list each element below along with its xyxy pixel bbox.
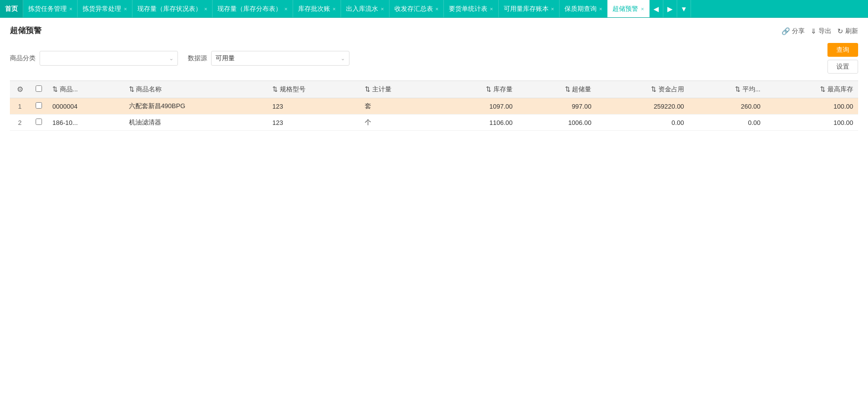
table-row: 2 186-10... 机油滤清器 123 个 1106.00 1006.00 … <box>10 115 858 131</box>
title-actions: 🔗 分享 ⇓ 导出 ↻ 刷新 <box>781 27 858 36</box>
row-stock-qty: 1106.00 <box>439 115 518 131</box>
th-capital-use[interactable]: ⇅ 资金占用 <box>596 81 689 98</box>
close-tab-stock-dist[interactable]: × <box>284 6 287 12</box>
row-checkbox[interactable] <box>36 102 42 109</box>
row-stock-qty: 1097.00 <box>439 98 518 115</box>
close-tab-abnormal[interactable]: × <box>124 6 127 12</box>
nav-tab-task-mgmt[interactable]: 拣货任务管理 × <box>23 0 78 17</box>
row-index: 1 <box>10 98 30 115</box>
category-select[interactable]: ⌄ <box>40 51 178 66</box>
th-spec[interactable]: ⇅ 规格型号 <box>267 81 360 98</box>
datasource-select-value: 可用量 <box>216 54 235 63</box>
datasource-select[interactable]: 可用量 ⌄ <box>211 51 349 66</box>
export-icon: ⇓ <box>811 27 817 35</box>
category-filter: 商品分类 ⌄ <box>10 51 178 66</box>
row-capital-use: 259220.00 <box>596 98 689 115</box>
th-avg[interactable]: ⇅ 平均... <box>689 81 766 98</box>
category-chevron-icon: ⌄ <box>169 55 174 62</box>
row-product-name: 六配套新昌490BPG <box>124 98 267 115</box>
gear-icon[interactable]: ⚙ <box>17 85 23 93</box>
row-overstock-qty: 997.00 <box>518 98 596 115</box>
nav-arrow-left[interactable]: ◀ <box>650 0 663 17</box>
th-gear: ⚙ <box>10 81 30 98</box>
table-row: 1 0000004 六配套新昌490BPG 123 套 1097.00 997.… <box>10 98 858 115</box>
nav-tab-quality-check[interactable]: 保质期查询 × <box>560 0 608 17</box>
filter-row: 商品分类 ⌄ 数据源 可用量 ⌄ 查询 设置 <box>10 43 858 74</box>
row-index: 2 <box>10 115 30 131</box>
nav-arrow-right[interactable]: ▶ <box>663 0 677 17</box>
settings-button[interactable]: 设置 <box>827 60 858 74</box>
page-title: 超储预警 <box>10 26 42 36</box>
row-unit: 个 <box>360 115 438 131</box>
row-spec: 123 <box>267 98 360 115</box>
page-title-row: 超储预警 🔗 分享 ⇓ 导出 ↻ 刷新 <box>10 26 858 36</box>
refresh-button[interactable]: ↻ 刷新 <box>837 27 858 36</box>
table-header-row: ⚙ ⇅ 商品... ⇅ 商品名称 ⇅ 规格型号 ⇅ 主计量 <box>10 81 858 98</box>
close-tab-order-stats[interactable]: × <box>490 6 493 12</box>
row-checkbox[interactable] <box>36 118 42 125</box>
close-tab-available-account[interactable]: × <box>551 6 554 12</box>
nav-tab-available-account[interactable]: 可用量库存账本 × <box>499 0 560 17</box>
datasource-chevron-icon: ⌄ <box>341 55 345 62</box>
nav-tab-batch-account[interactable]: 库存批次账 × <box>293 0 341 17</box>
datasource-filter: 数据源 可用量 ⌄ <box>188 51 349 66</box>
table-container: ⚙ ⇅ 商品... ⇅ 商品名称 ⇅ 规格型号 ⇅ 主计量 <box>10 80 858 131</box>
nav-arrow-more[interactable]: ▼ <box>677 0 691 17</box>
action-buttons: 查询 设置 <box>827 43 858 74</box>
close-tab-stock-status[interactable]: × <box>204 6 207 12</box>
th-product-code[interactable]: ⇅ 商品... <box>47 81 124 98</box>
th-unit[interactable]: ⇅ 主计量 <box>360 81 438 98</box>
row-unit: 套 <box>360 98 438 115</box>
share-icon: 🔗 <box>781 27 790 35</box>
row-avg: 0.00 <box>689 115 766 131</box>
th-product-name[interactable]: ⇅ 商品名称 <box>124 81 267 98</box>
nav-tab-abnormal[interactable]: 拣货异常处理 × <box>78 0 132 17</box>
category-label: 商品分类 <box>10 54 36 63</box>
nav-tab-stock-dist[interactable]: 现存量（库存分布表） × <box>213 0 293 17</box>
row-avg: 260.00 <box>689 98 766 115</box>
close-tab-inout-flow[interactable]: × <box>381 6 384 12</box>
row-checkbox-cell <box>30 98 47 115</box>
close-tab-collect-summary[interactable]: × <box>435 6 438 12</box>
nav-tab-order-stats[interactable]: 要货单统计表 × <box>444 0 498 17</box>
share-button[interactable]: 🔗 分享 <box>781 27 805 36</box>
th-max-stock[interactable]: ⇅ 最高库存 <box>765 81 858 98</box>
page-content: 超储预警 🔗 分享 ⇓ 导出 ↻ 刷新 商品分类 ⌄ <box>0 18 868 139</box>
row-product-name: 机油滤清器 <box>124 115 267 131</box>
row-max-stock: 100.00 <box>765 98 858 115</box>
row-overstock-qty: 1006.00 <box>518 115 596 131</box>
query-button[interactable]: 查询 <box>827 43 858 57</box>
row-max-stock: 100.00 <box>765 115 858 131</box>
nav-tab-inout-flow[interactable]: 出入库流水 × <box>341 0 389 17</box>
row-product-code: 186-10... <box>47 115 124 131</box>
row-capital-use: 0.00 <box>596 115 689 131</box>
row-checkbox-cell <box>30 115 47 131</box>
nav-home[interactable]: 首页 <box>0 0 23 17</box>
top-navigation: 首页 拣货任务管理 × 拣货异常处理 × 现存量（库存状况表） × 现存量（库存… <box>0 0 868 18</box>
th-checkbox <box>30 81 47 98</box>
refresh-icon: ↻ <box>837 27 843 35</box>
close-tab-task-mgmt[interactable]: × <box>69 6 72 12</box>
nav-tab-collect-summary[interactable]: 收发存汇总表 × <box>390 0 444 17</box>
close-tab-quality-check[interactable]: × <box>599 6 602 12</box>
close-tab-batch-account[interactable]: × <box>333 6 336 12</box>
select-all-checkbox[interactable] <box>36 85 42 92</box>
th-overstock-qty[interactable]: ⇅ 超储量 <box>518 81 596 98</box>
overstock-table: ⚙ ⇅ 商品... ⇅ 商品名称 ⇅ 规格型号 ⇅ 主计量 <box>10 80 858 131</box>
row-spec: 123 <box>267 115 360 131</box>
export-button[interactable]: ⇓ 导出 <box>811 27 831 36</box>
th-stock-qty[interactable]: ⇅ 库存量 <box>439 81 518 98</box>
datasource-label: 数据源 <box>188 54 207 63</box>
row-product-code: 0000004 <box>47 98 124 115</box>
close-tab-overstock-warning[interactable]: × <box>641 6 644 12</box>
nav-tab-stock-status[interactable]: 现存量（库存状况表） × <box>132 0 213 17</box>
nav-tab-overstock-warning[interactable]: 超储预警 × <box>608 0 649 17</box>
